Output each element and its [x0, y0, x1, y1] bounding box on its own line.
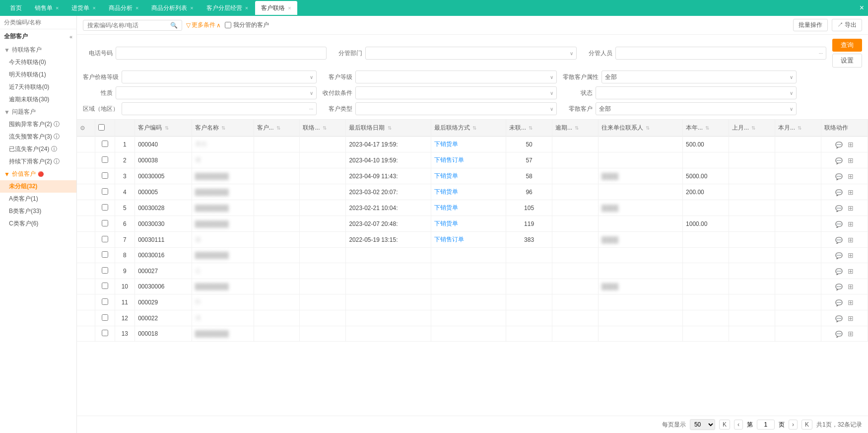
sidebar-item-abnormal[interactable]: 囤购异常客户(2) ⓘ — [0, 118, 76, 131]
action-message-icon[interactable]: 💬 — [835, 299, 843, 306]
row-last-way[interactable]: 下销货单 — [431, 137, 506, 152]
col-name[interactable]: 客户名称 ⇅ — [192, 120, 254, 137]
col-type[interactable]: 客户... ⇅ — [254, 120, 300, 137]
page-input[interactable] — [757, 420, 775, 430]
tab-customer-segment[interactable]: 客户分层经营 × — [200, 1, 254, 15]
sidebar-item-class-c[interactable]: C类客户(6) — [0, 217, 76, 230]
sidebar-collapse-btn[interactable]: « — [69, 34, 72, 40]
tab-product-analysis[interactable]: 商品分析 × — [103, 1, 144, 15]
phone-input[interactable] — [116, 47, 327, 60]
tab-home[interactable]: 首页 — [4, 1, 28, 15]
row-checkbox[interactable] — [102, 172, 108, 179]
sidebar-item-churned[interactable]: 已流失客户(24) ⓘ — [0, 143, 76, 155]
group-problem-customers[interactable]: ▼ 问题客户 — [0, 106, 76, 118]
col-last-month[interactable]: 上月... ⇅ — [729, 120, 775, 137]
row-action[interactable]: 💬 ⊞ — [821, 294, 868, 310]
customer-level-select[interactable]: ∨ — [355, 71, 556, 83]
sidebar-item-tomorrow-pending[interactable]: 明天待联络(1) — [0, 69, 76, 81]
action-message-icon[interactable]: 💬 — [835, 331, 843, 338]
action-grid-icon[interactable]: ⊞ — [848, 220, 854, 228]
row-checkbox[interactable] — [102, 314, 108, 321]
page-size-select[interactable]: 50 20 100 — [690, 419, 715, 430]
row-last-way[interactable]: 下销货单 — [431, 168, 506, 184]
col-not-contacted[interactable]: 未联... ⇅ — [506, 120, 552, 137]
row-checkbox[interactable] — [102, 330, 108, 336]
action-message-icon[interactable]: 💬 — [835, 315, 843, 322]
sidebar-item-overdue-pending[interactable]: 逾期未联络(30) — [0, 93, 76, 106]
row-check[interactable] — [95, 184, 115, 200]
row-last-way[interactable]: 下销货单 — [431, 184, 506, 200]
action-message-icon[interactable]: 💬 — [835, 237, 843, 244]
manager-select[interactable]: ··· — [615, 47, 826, 60]
row-checkbox[interactable] — [102, 220, 108, 226]
gear-icon[interactable]: ⚙ — [80, 125, 85, 132]
col-this-year[interactable]: 本年... ⇅ — [683, 120, 729, 137]
action-message-icon[interactable]: 💬 — [835, 189, 843, 196]
col-gear[interactable]: ⚙ — [77, 120, 95, 137]
action-grid-icon[interactable]: ⊞ — [848, 188, 854, 196]
action-message-icon[interactable]: 💬 — [835, 221, 843, 228]
col-check[interactable] — [95, 120, 115, 137]
row-check[interactable] — [95, 168, 115, 184]
export-btn[interactable]: ↗ 导出 — [832, 19, 862, 31]
tab-purchase[interactable]: 进货单 × — [66, 1, 101, 15]
row-checkbox[interactable] — [102, 251, 108, 258]
action-message-icon[interactable]: 💬 — [835, 173, 843, 180]
row-action[interactable]: 💬 ⊞ — [821, 152, 868, 168]
all-customers-header[interactable]: 全部客户 « — [0, 29, 76, 44]
contact-way-link[interactable]: 下销货单 — [434, 172, 458, 179]
row-checkbox[interactable] — [102, 204, 108, 211]
nature-select[interactable]: ∨ — [116, 86, 317, 99]
action-grid-icon[interactable]: ⊞ — [848, 251, 854, 259]
action-message-icon[interactable]: 💬 — [835, 157, 843, 164]
contact-way-link[interactable]: 下销售订单 — [434, 236, 464, 243]
sidebar-item-declining[interactable]: 持续下滑客户(2) ⓘ — [0, 155, 76, 168]
region-select[interactable]: ··· — [122, 102, 317, 115]
tab-sales-close[interactable]: × — [56, 5, 59, 11]
sidebar-item-churn-warning[interactable]: 流失预警客户(3) ⓘ — [0, 131, 76, 143]
row-check[interactable] — [95, 310, 115, 326]
row-action[interactable]: 💬 ⊞ — [821, 310, 868, 326]
row-check[interactable] — [95, 294, 115, 310]
select-all-checkbox[interactable] — [98, 124, 105, 131]
batch-ops-btn[interactable]: 批量操作 — [793, 19, 828, 31]
row-check[interactable] — [95, 326, 115, 342]
row-checkbox[interactable] — [102, 141, 108, 147]
row-last-way[interactable]: 下销货单 — [431, 200, 506, 216]
contact-way-link[interactable]: 下销货单 — [434, 141, 458, 147]
my-customers-checkbox[interactable] — [225, 22, 231, 28]
row-checkbox[interactable] — [102, 188, 108, 195]
row-check[interactable] — [95, 152, 115, 168]
payment-select[interactable]: ∨ — [355, 86, 556, 99]
row-action[interactable]: 💬 ⊞ — [821, 248, 868, 263]
tab-product-analysis-list-close[interactable]: × — [190, 5, 193, 11]
col-code[interactable]: 客户编码 ⇅ — [135, 120, 192, 137]
row-action[interactable]: 💬 ⊞ — [821, 232, 868, 248]
sidebar-item-today-pending[interactable]: 今天待联络(0) — [0, 56, 76, 69]
action-grid-icon[interactable]: ⊞ — [848, 330, 854, 338]
row-action[interactable]: 💬 ⊞ — [821, 200, 868, 216]
row-checkbox[interactable] — [102, 156, 108, 163]
price-level-select[interactable]: ∨ — [122, 71, 317, 83]
contact-way-link[interactable]: 下销货单 — [434, 204, 458, 211]
row-action[interactable]: 💬 ⊞ — [821, 137, 868, 152]
tab-product-analysis-close[interactable]: × — [135, 5, 138, 11]
action-grid-icon[interactable]: ⊞ — [848, 283, 854, 290]
row-action[interactable]: 💬 ⊞ — [821, 184, 868, 200]
row-action[interactable]: 💬 ⊞ — [821, 168, 868, 184]
contact-way-link[interactable]: 下销售订单 — [434, 156, 464, 163]
row-checkbox[interactable] — [102, 283, 108, 289]
col-overdue[interactable]: 逾期... ⇅ — [552, 120, 599, 137]
col-contact[interactable]: 联络... ⇅ — [300, 120, 346, 137]
row-check[interactable] — [95, 232, 115, 248]
action-message-icon[interactable]: 💬 — [835, 252, 843, 259]
tab-product-analysis-list[interactable]: 商品分析列表 × — [145, 1, 199, 15]
row-check[interactable] — [95, 279, 115, 294]
row-check[interactable] — [95, 248, 115, 263]
tab-sales[interactable]: 销售单 × — [29, 1, 65, 15]
row-checkbox[interactable] — [102, 236, 108, 242]
retail-customer-select[interactable]: 全部 ∨ — [596, 102, 797, 115]
action-grid-icon[interactable]: ⊞ — [848, 204, 854, 212]
action-grid-icon[interactable]: ⊞ — [848, 141, 854, 148]
status-select[interactable]: ∨ — [596, 86, 797, 99]
